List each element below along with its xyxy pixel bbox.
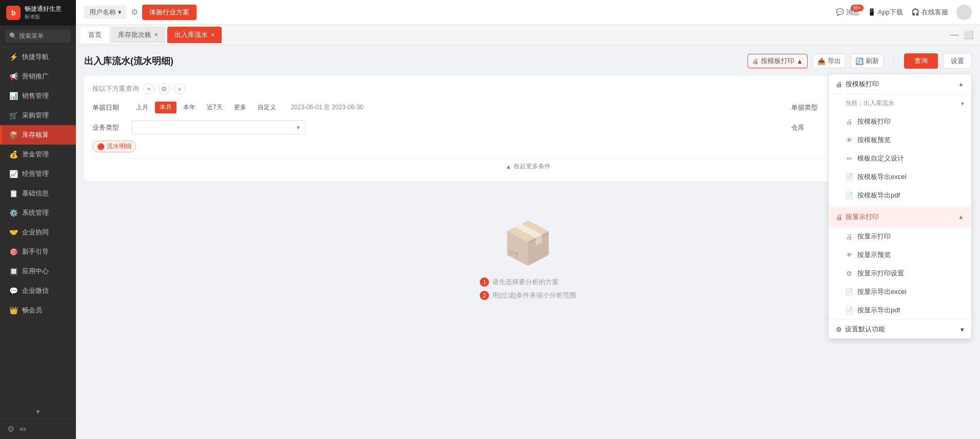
export-icon: 📤 <box>817 57 826 65</box>
date-btn-more[interactable]: 更多 <box>229 102 251 113</box>
tabs-bar: 首页 库存批次账 × 出入库流水 × — ⬜ <box>76 25 980 45</box>
template-export-pdf-item[interactable]: 📄 按模板导出pdf <box>829 186 971 205</box>
template-print-section-label: 按模板打印 <box>846 79 879 89</box>
sidebar-item-marketing[interactable]: 📢 营销推广 <box>0 67 76 86</box>
sidebar-item-shortcut[interactable]: ⚡ 快捷导航 <box>0 47 76 67</box>
user-selector[interactable]: 用户名称 ▾ <box>84 6 127 19</box>
biz-type-select[interactable]: ▾ <box>131 121 306 134</box>
topbar-gear-icon[interactable]: ⚙ <box>131 7 138 17</box>
search-input[interactable]: 🔍 搜索菜单 <box>5 30 71 43</box>
template-export-excel-item[interactable]: 📄 按模板导出excel <box>829 168 971 186</box>
filter-section-title: 按以下方案查询 <box>92 84 139 93</box>
tip-num-2: 2 <box>480 291 489 300</box>
tab-home[interactable]: 首页 <box>81 27 109 43</box>
print-template-label: 按模板打印 <box>761 56 794 66</box>
industry-btn[interactable]: 体验行业方案 <box>142 5 197 20</box>
tab-batch-close[interactable]: × <box>154 31 158 38</box>
sidebar-item-label: 经营管理 <box>22 169 49 178</box>
dropdown-divider <box>829 206 971 206</box>
settings-btn[interactable]: 设置 <box>943 53 972 69</box>
sidebar-item-label: 系统管理 <box>22 208 49 217</box>
date-btn-this-month[interactable]: 本月 <box>155 102 177 113</box>
settings-footer-icon[interactable]: ⚙ <box>7 424 14 434</box>
search-icon: 🔍 <box>9 32 17 39</box>
sidebar-item-sales[interactable]: 📊 销售管理 <box>0 86 76 106</box>
display-preview-item[interactable]: 👁 按显示预览 <box>829 246 971 264</box>
sidebar-item-system[interactable]: ⚙️ 系统管理 <box>0 203 76 223</box>
display-print-item[interactable]: 🖨 按显示打印 <box>829 227 971 246</box>
tab-flow[interactable]: 出入库流水 × <box>167 27 222 43</box>
online-service-label: 在线客服 <box>922 8 948 17</box>
sidebar-item-member[interactable]: 👑 畅会员 <box>0 301 76 320</box>
sidebar-item-basic[interactable]: 📋 基础信息 <box>0 184 76 203</box>
shortcut-icon: ⚡ <box>9 53 18 61</box>
tab-expand-btn[interactable]: ⬜ <box>963 29 975 41</box>
message-badge: 99+ <box>851 5 864 11</box>
chevron-up-icon: ▲ <box>505 163 512 170</box>
sidebar-item-finance[interactable]: 💰 资金管理 <box>0 145 76 164</box>
refresh-btn[interactable]: 🔄 刷新 <box>851 54 884 68</box>
template-print-item-label: 按模板打印 <box>857 117 891 126</box>
preview-icon: 👁 <box>845 136 853 144</box>
display-export-excel-item[interactable]: 📄 按显示导出excel <box>829 283 971 301</box>
sidebar-item-wechat[interactable]: 💬 企业微信 <box>0 281 76 301</box>
message-btn[interactable]: 💬 消息 99+ <box>836 8 859 17</box>
section2-arrow-icon: ▲ <box>958 213 964 221</box>
sidebar-item-newbie[interactable]: 🎯 新手引导 <box>0 242 76 262</box>
chevron-up-icon: ▲ <box>796 57 803 65</box>
export-btn[interactable]: 📤 导出 <box>813 54 846 68</box>
sidebar-item-operations[interactable]: 📈 经营管理 <box>0 164 76 184</box>
main-area: 用户名称 ▾ ⚙ 体验行业方案 💬 消息 99+ 📱 App下载 🎧 在线客服 <box>76 0 980 439</box>
display-print-section-header[interactable]: 🖨 按显示打印 ▲ <box>829 207 971 227</box>
collapse-filter-btn[interactable]: « <box>174 83 185 94</box>
tab-flow-close[interactable]: × <box>211 31 214 38</box>
app-name: 畅捷通好生意 <box>25 5 62 13</box>
sidebar-item-purchase[interactable]: 🛒 采购管理 <box>0 106 76 125</box>
avatar[interactable] <box>956 5 972 20</box>
display-preview-item-label: 按显示预览 <box>857 250 891 260</box>
date-btn-this-year[interactable]: 本年 <box>179 102 200 113</box>
print-template-btn[interactable]: 🖨 按模板打印 ▲ <box>748 54 808 68</box>
sidebar-item-apps[interactable]: 🔲 应用中心 <box>0 262 76 281</box>
tab-batch[interactable]: 库存批次账 × <box>111 27 165 43</box>
date-btn-7days[interactable]: 近7天 <box>202 102 227 113</box>
online-service-btn[interactable]: 🎧 在线客服 <box>911 8 948 17</box>
sidebar: b 畅捷通好生意 标准版 🔍 搜索菜单 ⚡ 快捷导航 📢 营销推广 📊 销售管理… <box>0 0 76 439</box>
display-print-settings-item[interactable]: ⚙ 按显示打印设置 <box>829 264 971 283</box>
template-design-item-label: 模板自定义设计 <box>857 154 904 163</box>
date-btn-custom[interactable]: 自定义 <box>253 102 281 113</box>
search-label: 搜索菜单 <box>19 32 44 41</box>
biz-type-arrow: ▾ <box>297 124 300 131</box>
template-design-item[interactable]: ✏ 模板自定义设计 <box>829 149 971 168</box>
display-export-excel-label: 按显示导出excel <box>857 287 906 296</box>
footer-arrow-icon: ▾ <box>961 326 964 333</box>
template-print-section-header[interactable]: 🖨 按模板打印 ▲ <box>829 74 971 94</box>
add-filter-btn[interactable]: + <box>143 83 154 94</box>
sidebar-item-label: 畅会员 <box>22 306 42 315</box>
tab-collapse-btn[interactable]: — <box>948 29 961 41</box>
empty-tip-1: 1 请先选择要分析的方案 <box>480 277 576 287</box>
app-download-btn[interactable]: 📱 App下载 <box>868 8 903 17</box>
empty-tip-2-text: 用[过滤]条件来缩小分析范围 <box>492 291 576 300</box>
display-print-item-label: 按显示打印 <box>857 232 891 241</box>
set-default-function-btn[interactable]: ⚙ 设置默认功能 ▾ <box>829 320 971 338</box>
query-btn[interactable]: 查询 <box>904 53 938 69</box>
filter-tag-item[interactable]: 🔴 流水明细 <box>92 141 136 152</box>
display-preview-icon: 👁 <box>845 251 853 259</box>
filter-settings-btn[interactable]: ⚙ <box>159 83 170 94</box>
display-excel-icon: 📄 <box>845 288 853 296</box>
warehouse-label: 仓库 <box>791 123 822 132</box>
template-print-item[interactable]: 🖨 按模板打印 <box>829 112 971 131</box>
date-btn-last-month[interactable]: 上月 <box>131 102 153 113</box>
collapse-sidebar-icon[interactable]: ⇔ <box>19 424 26 434</box>
inventory-icon: 📦 <box>9 131 18 139</box>
sidebar-item-enterprise[interactable]: 🤝 企业协同 <box>0 223 76 242</box>
sidebar-search[interactable]: 🔍 搜索菜单 <box>0 26 76 47</box>
template-preview-item[interactable]: 👁 按模板预览 <box>829 131 971 149</box>
display-export-pdf-item[interactable]: 📄 按显示导出pdf <box>829 301 971 320</box>
sidebar-item-inventory[interactable]: 📦 库存核算 <box>0 125 76 145</box>
sidebar-item-label: 销售管理 <box>22 91 49 101</box>
sidebar-scroll-down[interactable]: ▼ <box>0 405 76 418</box>
template-export-pdf-label: 按模板导出pdf <box>857 191 900 200</box>
refresh-icon: 🔄 <box>855 57 864 65</box>
